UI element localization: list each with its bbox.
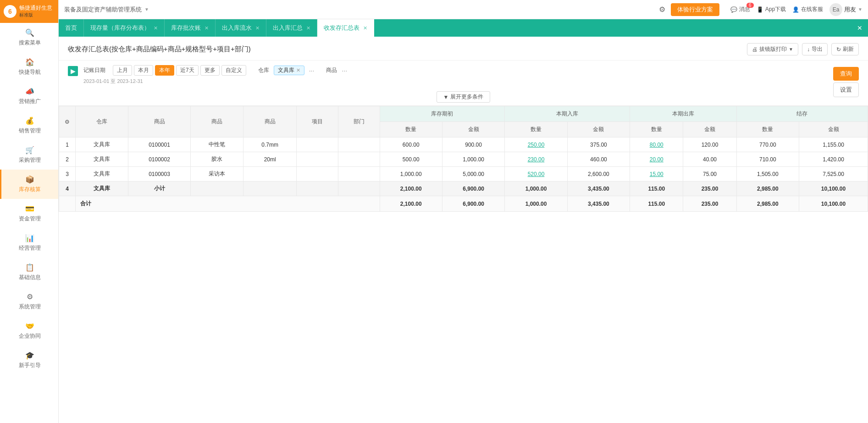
sidebar-item-inventory[interactable]: 📦 库存核算 (0, 170, 58, 199)
print-button[interactable]: 🖨 拔镜版打印 ▼ (747, 43, 798, 55)
row-out-qty[interactable]: 15.00 (630, 167, 683, 181)
close-all-tabs-icon[interactable]: ✕ (851, 24, 868, 32)
tab-receive-summary[interactable]: 收发存汇总表 ✕ (317, 19, 374, 37)
sidebar-item-quick-nav[interactable]: 🏠 快捷导航 (0, 52, 58, 82)
row-dept (338, 167, 380, 181)
logo-icon: 6 (4, 5, 17, 18)
sidebar-item-purchase[interactable]: 🛒 采购管理 (0, 140, 58, 170)
row-balance-amt: 1,155.00 (799, 137, 868, 152)
col-code-header: 商品 (128, 106, 190, 137)
trial-button[interactable]: 体验行业方案 (671, 3, 719, 16)
user-label: 用友 (844, 5, 856, 14)
sidebar-item-search[interactable]: 🔍 搜索菜单 (0, 23, 58, 52)
tab-inventory-dist[interactable]: 现存量（库存分布表） ✕ (84, 19, 165, 37)
filter-collapse-button[interactable]: ▶ (68, 66, 78, 76)
sidebar-item-operations[interactable]: 📊 经营管理 (0, 228, 58, 258)
expand-conditions-button[interactable]: ▼ 展开更多条件 (437, 91, 491, 103)
filter-section: ▶ 记账日期 上月 本月 本年 近7天 更多 自定义 仓库 (59, 60, 868, 88)
footer-balance-amt: 10,100.00 (799, 196, 868, 212)
row-out-qty[interactable]: 115.00 (630, 181, 683, 196)
tab-receive-summary-close[interactable]: ✕ (363, 25, 367, 31)
tab-batch-close[interactable]: ✕ (205, 25, 209, 31)
row-in-qty-link[interactable]: 520.00 (528, 171, 545, 177)
marketing-icon: 📣 (25, 87, 34, 96)
tab-home[interactable]: 首页 (59, 19, 84, 37)
row-in-qty[interactable]: 1,000.00 (505, 181, 567, 196)
col-out-amt-header: 金额 (683, 122, 736, 137)
row-balance-qty: 710.00 (736, 152, 799, 167)
export-button[interactable]: ↓ 导出 (802, 43, 828, 55)
column-settings-icon[interactable]: ⚙ (65, 119, 70, 125)
warehouse-tag-close[interactable]: ✕ (296, 67, 300, 73)
row-dept (338, 137, 380, 152)
row-in-amt: 2,600.00 (567, 167, 630, 181)
footer-out-qty: 115.00 (630, 196, 683, 212)
newbie-icon: 🎓 (25, 351, 34, 360)
col-dept-header: 部门 (338, 106, 380, 137)
row-balance-qty: 1,505.00 (736, 167, 799, 181)
row-in-qty-link[interactable]: 250.00 (528, 142, 545, 148)
warehouse-more-icon[interactable]: ··· (309, 67, 315, 74)
row-in-qty[interactable]: 250.00 (505, 137, 567, 152)
sidebar-menu: 🔍 搜索菜单 🏠 快捷导航 📣 营销推广 💰 销售管理 🛒 采购管理 📦 库存核… (0, 23, 58, 423)
sidebar-item-newbie[interactable]: 🎓 新手引导 (0, 346, 58, 375)
tab-summary-label: 出入库汇总 (273, 24, 303, 32)
settings-gear-icon[interactable]: ⚙ (657, 3, 667, 16)
row-opening-amt: 6,900.00 (442, 181, 504, 196)
app-download-action[interactable]: 📱 App下载 (757, 5, 786, 13)
date-btn-last-month[interactable]: 上月 (113, 65, 132, 76)
table-footer-row: 合计 2,100.00 6,900.00 1,000.00 3,435.00 1… (59, 196, 868, 212)
col-opening-header: 库存期初 (380, 106, 505, 122)
sidebar-item-system[interactable]: ⚙ 系统管理 (0, 287, 58, 316)
date-btn-7days[interactable]: 近7天 (176, 65, 199, 76)
sidebar-item-base-info[interactable]: 📋 基础信息 (0, 258, 58, 287)
refresh-button[interactable]: ↻ 刷新 (831, 43, 859, 55)
notification-action[interactable]: 💬 消息 6 (730, 5, 750, 13)
col-warehouse-header: 仓库 (76, 106, 128, 137)
tab-summary[interactable]: 出入库汇总 ✕ (266, 19, 317, 37)
print-icon: 🖨 (752, 46, 757, 53)
tab-batch[interactable]: 库存批次账 ✕ (165, 19, 216, 37)
row-code: 小计 (128, 181, 190, 196)
tab-flow[interactable]: 出入库流水 ✕ (216, 19, 266, 37)
row-in-qty[interactable]: 230.00 (505, 152, 567, 167)
col-settings-header[interactable]: ⚙ (59, 106, 76, 137)
sidebar-item-sales[interactable]: 💰 销售管理 (0, 111, 58, 140)
row-out-qty[interactable]: 20.00 (630, 152, 683, 167)
query-button[interactable]: 查询 (833, 67, 859, 81)
date-btn-this-month[interactable]: 本月 (134, 65, 153, 76)
date-btn-this-year[interactable]: 本年 (155, 65, 174, 76)
system-name: 装备及固定资产辅助管理系统 (64, 5, 142, 14)
row-balance-qty: 2,985.00 (736, 181, 799, 196)
row-opening-amt: 5,000.00 (442, 167, 504, 181)
online-service-action[interactable]: 👤 在线客服 (792, 5, 823, 13)
sales-icon: 💰 (25, 116, 34, 125)
tab-flow-label: 出入库流水 (222, 24, 252, 32)
row-out-qty-link[interactable]: 80.00 (650, 142, 663, 148)
page-header-actions: 🖨 拔镜版打印 ▼ ↓ 导出 ↻ 刷新 (747, 43, 859, 55)
sidebar-item-enterprise[interactable]: 🤝 企业协同 (0, 316, 58, 346)
tab-summary-close[interactable]: ✕ (306, 25, 310, 31)
sidebar-label-operations: 经营管理 (19, 244, 41, 252)
sidebar-item-marketing[interactable]: 📣 营销推广 (0, 82, 58, 111)
table-row: 1文具库0100001中性笔0.7mm600.00900.00250.00375… (59, 137, 868, 152)
filter-setting-button[interactable]: 设置 (833, 82, 859, 97)
date-btn-more[interactable]: 更多 (200, 65, 220, 76)
sidebar-item-assets[interactable]: 💳 资金管理 (0, 199, 58, 228)
row-in-qty[interactable]: 520.00 (505, 167, 567, 181)
tab-flow-close[interactable]: ✕ (255, 25, 260, 31)
row-spec: 0.7mm (243, 137, 297, 152)
date-btn-custom[interactable]: 自定义 (221, 65, 246, 76)
page-inner: 收发存汇总表(按仓库+商品编码+商品+规格型号+项目+部门) 🖨 拔镜版打印 ▼… (59, 37, 868, 423)
sidebar-label-search: 搜索菜单 (19, 39, 41, 47)
col-opening-qty-header: 数量 (380, 122, 442, 137)
row-out-qty-link[interactable]: 15.00 (650, 171, 663, 177)
row-out-qty[interactable]: 80.00 (630, 137, 683, 152)
row-in-qty-link[interactable]: 230.00 (528, 156, 545, 163)
row-out-qty-link[interactable]: 20.00 (650, 156, 663, 163)
user-menu[interactable]: Ea 用友 ▼ (829, 3, 862, 16)
tab-inventory-dist-close[interactable]: ✕ (154, 25, 158, 31)
goods-more-icon[interactable]: ··· (342, 67, 347, 74)
sidebar-label-marketing: 营销推广 (19, 98, 41, 105)
online-service-label: 在线客服 (801, 5, 823, 13)
